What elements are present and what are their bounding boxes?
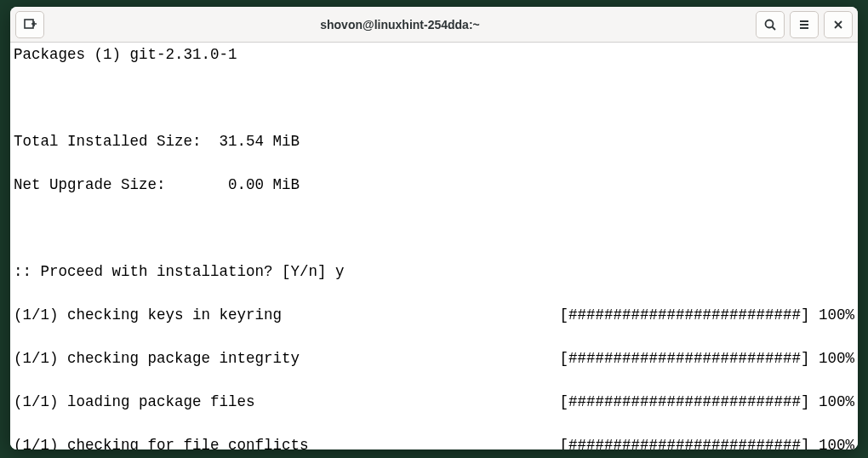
output-line — [14, 88, 854, 110]
titlebar: shovon@linuxhint-254dda:~ — [10, 7, 858, 43]
new-tab-icon — [23, 18, 37, 31]
progress-bar: [##########################] 100% — [559, 392, 854, 414]
progress-bar: [##########################] 100% — [559, 348, 854, 370]
progress-bar: [##########################] 100% — [559, 435, 854, 449]
output-line: Net Upgrade Size: 0.00 MiB — [14, 175, 854, 197]
output-line: Packages (1) git-2.31.0-1 — [14, 44, 854, 66]
output-line: Total Installed Size: 31.54 MiB — [14, 131, 854, 153]
search-button[interactable] — [756, 11, 785, 38]
terminal-output[interactable]: Packages (1) git-2.31.0-1 Total Installe… — [10, 43, 858, 449]
terminal-window: shovon@linuxhint-254dda:~ Packages (1) g… — [10, 7, 858, 449]
progress-row: (1/1) checking for file conflicts [#####… — [14, 435, 854, 449]
window-title: shovon@linuxhint-254dda:~ — [49, 18, 751, 31]
menu-button[interactable] — [790, 11, 819, 38]
close-button[interactable] — [824, 11, 853, 38]
progress-row: (1/1) checking package integrity [######… — [14, 348, 854, 370]
hamburger-icon — [797, 18, 811, 31]
search-icon — [763, 18, 777, 31]
svg-line-4 — [773, 26, 776, 30]
new-tab-button[interactable] — [15, 11, 44, 38]
progress-row: (1/1) checking keys in keyring [########… — [14, 305, 854, 327]
progress-label: (1/1) checking package integrity — [14, 348, 300, 370]
progress-label: (1/1) checking keys in keyring — [14, 305, 282, 327]
svg-point-3 — [766, 20, 774, 27]
progress-bar: [##########################] 100% — [559, 305, 854, 327]
progress-label: (1/1) checking for file conflicts — [14, 435, 309, 449]
close-icon — [831, 18, 845, 31]
progress-label: (1/1) loading package files — [14, 392, 255, 414]
progress-row: (1/1) loading package files [###########… — [14, 392, 854, 414]
output-line — [14, 218, 854, 240]
output-line: :: Proceed with installation? [Y/n] y — [14, 261, 854, 283]
